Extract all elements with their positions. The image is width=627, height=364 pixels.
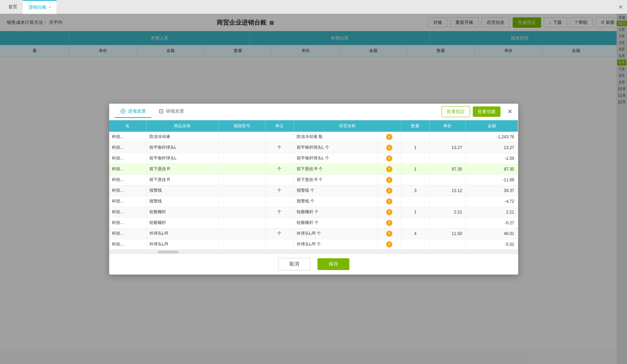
cell-stockname: 前平衡杆球头L 个: [294, 142, 377, 153]
cell-unit: [265, 196, 294, 207]
warning-icon: !: [386, 231, 392, 237]
cell-amount: -1.59: [466, 153, 518, 164]
table-row[interactable]: 科技... 防冻冷却液 防冻冷却液 瓶 ! -1,243.76: [109, 132, 518, 142]
tab-ledger[interactable]: 进销台账 ×: [23, 0, 56, 14]
cell-amount: 46.01: [466, 228, 518, 239]
cell-spec: [218, 239, 265, 250]
table-row[interactable]: 科技... 轮毂螺杆 轮毂螺杆 个 ! -0.27: [109, 217, 518, 228]
warning-icon: !: [386, 134, 392, 140]
cell-price: 11.50: [429, 228, 465, 239]
cell-name: 科技...: [109, 196, 147, 207]
cell-amount: -5.52: [466, 239, 518, 250]
tab-output-invoice[interactable]: 销项发票: [153, 105, 190, 118]
cell-stockname: 轮毂螺杆 个: [294, 217, 377, 228]
cell-product: 前平衡杆球头L: [146, 142, 218, 153]
warning-icon: !: [386, 177, 392, 183]
modal-overlay: 进项发票 销项发票 批量指定 批量创建 ✕: [0, 14, 627, 364]
cell-warning: !: [377, 142, 401, 153]
cell-name: 科技...: [109, 153, 147, 164]
tab-close-icon[interactable]: ×: [49, 5, 51, 10]
col-header-unit: 单位: [265, 120, 294, 132]
cell-amount: -4.72: [466, 196, 518, 207]
cell-price: 13.27: [429, 142, 465, 153]
table-row[interactable]: 科技... 前下悬挂 R 前下悬挂 R 个 ! -11.68: [109, 174, 518, 185]
table-row[interactable]: 科技... 前下悬挂 R 个 前下悬挂 R 个 ! 1 97.35 97.35: [109, 164, 518, 174]
cell-product: 防冻冷却液: [146, 132, 218, 142]
cell-spec: [218, 217, 265, 228]
cell-warning: !: [377, 174, 401, 185]
batch-assign-button[interactable]: 批量指定: [442, 106, 470, 117]
cell-qty: 1: [401, 164, 429, 174]
cell-qty: 1: [401, 207, 429, 217]
cell-product: 前下悬挂 R: [146, 164, 218, 174]
cell-unit: [265, 132, 294, 142]
warning-icon: !: [386, 188, 392, 194]
col-header-stockname: 存货名称: [294, 120, 401, 132]
cell-name: 科技...: [109, 174, 147, 185]
scrollbar-thumb[interactable]: [158, 251, 178, 253]
cell-stockname: 前平衡杆球头L 个: [294, 153, 377, 164]
cell-amount: 97.35: [466, 164, 518, 174]
cell-warning: !: [377, 164, 401, 174]
col-header-price: 单价: [429, 120, 465, 132]
cell-unit: 个: [265, 142, 294, 153]
table-row[interactable]: 科技... 外球头L/R 外球头L/R 个 ! -5.52: [109, 239, 518, 250]
modal-close-icon[interactable]: ✕: [507, 108, 513, 115]
cell-stockname: 外球头L/R 个: [294, 239, 377, 250]
cell-price: 97.35: [429, 164, 465, 174]
col-header-amount: 金额: [466, 120, 518, 132]
save-button[interactable]: 保存: [317, 258, 349, 270]
cell-spec: [218, 174, 265, 185]
cell-spec: [218, 153, 265, 164]
cell-amount: 2.21: [466, 207, 518, 217]
warning-icon: !: [386, 220, 392, 226]
cell-name: 科技...: [109, 164, 147, 174]
cell-name: 科技...: [109, 132, 147, 142]
cell-price: [429, 196, 465, 207]
table-row[interactable]: 科技... 前平衡杆球头L 个 前平衡杆球头L 个 ! 1 13.27 13.2…: [109, 142, 518, 153]
batch-create-button[interactable]: 批量创建: [473, 106, 500, 117]
window-close-icon[interactable]: ✕: [618, 3, 623, 10]
table-row[interactable]: 科技... 轮毂螺杆 个 轮毂螺杆 个 ! 1 2.21 2.21: [109, 207, 518, 217]
cell-warning: !: [377, 132, 401, 142]
modal-scrollbar[interactable]: [109, 250, 518, 253]
cell-unit: 个: [265, 207, 294, 217]
cell-name: 科技...: [109, 207, 147, 217]
cell-warning: !: [377, 153, 401, 164]
cell-spec: [218, 142, 265, 153]
table-row[interactable]: 科技... 报警线 报警线 个 ! -4.72: [109, 196, 518, 207]
table-row[interactable]: 科技... 前平衡杆球头L 前平衡杆球头L 个 ! -1.59: [109, 153, 518, 164]
warning-icon: !: [386, 166, 392, 172]
cell-qty: [401, 132, 429, 142]
cell-price: [429, 153, 465, 164]
cell-name: 科技...: [109, 228, 147, 239]
cell-spec: [218, 132, 265, 142]
cell-qty: [401, 174, 429, 185]
cell-unit: [265, 239, 294, 250]
table-row[interactable]: 科技... 报警线 个 报警线 个 ! 3 13.12 39.37: [109, 185, 518, 196]
cell-qty: [401, 196, 429, 207]
cell-unit: 个: [265, 164, 294, 174]
cell-product: 外球头L/R: [146, 228, 218, 239]
cell-spec: [218, 228, 265, 239]
cell-spec: [218, 185, 265, 196]
cell-warning: !: [377, 239, 401, 250]
tab-input-invoice[interactable]: 进项发票: [115, 105, 151, 118]
table-row[interactable]: 科技... 外球头L/R 个 外球头L/R 个 ! 4 11.50 46.01: [109, 228, 518, 239]
cell-qty: [401, 217, 429, 228]
cell-qty: 3: [401, 185, 429, 196]
table-header-row: 名 商品名称 规格型号 单位 存货名称 数量 单价 金额: [109, 120, 518, 132]
cell-unit: [265, 174, 294, 185]
cell-spec: [218, 196, 265, 207]
cell-product: 轮毂螺杆: [146, 217, 218, 228]
modal-table: 名 商品名称 规格型号 单位 存货名称 数量 单价 金额 科技... 防冻冷却液: [109, 120, 518, 250]
tab-home[interactable]: 首页: [3, 0, 23, 14]
modal-header: 进项发票 销项发票 批量指定 批量创建 ✕: [109, 104, 518, 120]
tab-bar: 首页 进销台账 × ✕: [0, 0, 627, 14]
cell-unit: 个: [265, 228, 294, 239]
warning-icon: !: [386, 209, 392, 215]
cancel-button[interactable]: 取消: [278, 258, 311, 270]
cell-spec: [218, 164, 265, 174]
cell-product: 外球头L/R: [146, 239, 218, 250]
cell-name: 科技...: [109, 142, 147, 153]
